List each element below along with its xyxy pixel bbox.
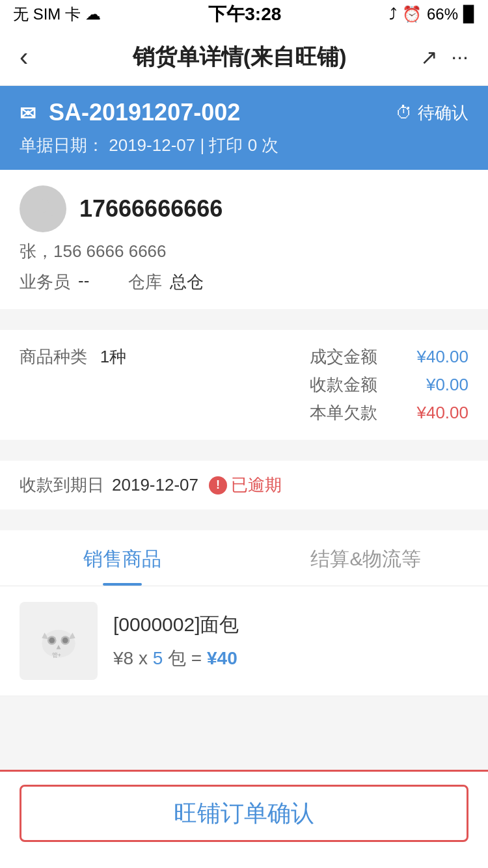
svg-point-6 bbox=[62, 638, 68, 644]
amount-value-2: ¥0.00 bbox=[390, 375, 468, 395]
banner-date: 单据日期： 2019-12-07 | 打印 0 次 bbox=[20, 134, 468, 157]
warehouse-label: 仓库 bbox=[128, 271, 162, 293]
divider-2 bbox=[0, 450, 488, 461]
sim-label: 无 SIM 卡 ☁ bbox=[13, 4, 101, 25]
tab-sales-product[interactable]: 销售商品 bbox=[0, 530, 244, 586]
confirm-button[interactable]: 旺铺订单确认 bbox=[20, 785, 468, 842]
product-info: [0000002]面包 ¥8 x 5 包 = ¥40 bbox=[113, 612, 468, 671]
svg-point-1 bbox=[33, 212, 53, 222]
amount-value-1: ¥40.00 bbox=[390, 347, 468, 367]
svg-point-0 bbox=[36, 199, 49, 212]
bottom-bar: 旺铺订单确认 bbox=[0, 770, 488, 868]
product-item[interactable]: 管+ [0000002]面包 ¥8 x 5 包 = ¥40 bbox=[0, 586, 488, 696]
alarm-icon: ⏰ bbox=[402, 5, 422, 23]
amount-value-3: ¥40.00 bbox=[390, 403, 468, 423]
page-title: 销货单详情(来自旺铺) bbox=[133, 42, 347, 72]
due-section: 收款到期日 2019-12-07 ! 已逾期 bbox=[0, 461, 488, 509]
customer-name: 张，156 6666 6666 bbox=[20, 240, 468, 263]
tabs-section: 销售商品 结算&物流等 bbox=[0, 530, 488, 586]
product-total: ¥40 bbox=[207, 648, 237, 668]
order-icon: ✉ bbox=[20, 103, 36, 124]
divider-3 bbox=[0, 520, 488, 530]
more-icon[interactable]: ··· bbox=[451, 45, 468, 69]
order-banner: ✉ SA-20191207-002 ⏱ 待确认 单据日期： 2019-12-07… bbox=[0, 86, 488, 170]
product-thumbnail: 管+ bbox=[20, 602, 98, 680]
back-button[interactable]: ‹ bbox=[20, 42, 59, 72]
order-status: ⏱ 待确认 bbox=[396, 102, 468, 124]
product-qty: 5 bbox=[153, 648, 163, 668]
due-label: 收款到期日 bbox=[20, 474, 104, 496]
share-icon[interactable]: ↗ bbox=[420, 45, 438, 70]
product-list: 管+ [0000002]面包 ¥8 x 5 包 = ¥40 bbox=[0, 586, 488, 696]
status-bar: 无 SIM 卡 ☁ 下午3:28 ⤴ ⏰ 66% ▉ bbox=[0, 0, 488, 29]
order-id: ✉ SA-20191207-002 bbox=[20, 99, 240, 126]
amount-label-1: 成交金额 bbox=[310, 346, 377, 368]
overdue-icon: ! bbox=[209, 476, 227, 495]
svg-point-5 bbox=[49, 638, 55, 644]
nav-bar: ‹ 销货单详情(来自旺铺) ↗ ··· bbox=[0, 29, 488, 86]
customer-section: 17666666666 张，156 6666 6666 业务员 -- 仓库 总仓 bbox=[0, 170, 488, 309]
sales-label: 业务员 bbox=[20, 271, 70, 293]
amount-line-2: 收款金额 ¥0.00 bbox=[310, 373, 468, 396]
avatar bbox=[20, 185, 66, 232]
amount-line-1: 成交金额 ¥40.00 bbox=[310, 346, 468, 368]
sales-value: -- bbox=[78, 271, 89, 293]
overdue-text: 已逾期 bbox=[231, 474, 282, 496]
warehouse-meta: 仓库 总仓 bbox=[128, 271, 204, 293]
customer-meta: 业务员 -- 仓库 总仓 bbox=[20, 271, 468, 293]
status-right: ⤴ ⏰ 66% ▉ bbox=[389, 5, 475, 23]
product-kinds: 商品种类 1种 bbox=[20, 346, 126, 368]
tab-settlement[interactable]: 结算&物流等 bbox=[244, 530, 488, 586]
amounts-right: 成交金额 ¥40.00 收款金额 ¥0.00 本单欠款 ¥40.00 bbox=[310, 346, 468, 424]
product-price: ¥8 x 5 包 = ¥40 bbox=[113, 646, 468, 671]
status-time: 下午3:28 bbox=[208, 2, 281, 27]
battery-percent: 66% bbox=[427, 5, 458, 23]
product-name: [0000002]面包 bbox=[113, 612, 468, 638]
customer-row: 17666666666 bbox=[20, 185, 468, 232]
battery-icon: ▉ bbox=[463, 5, 475, 23]
due-date: 2019-12-07 bbox=[112, 475, 198, 495]
amount-label-2: 收款金额 bbox=[310, 373, 377, 396]
clock-icon: ⏱ bbox=[396, 103, 413, 123]
amount-line-3: 本单欠款 ¥40.00 bbox=[310, 401, 468, 424]
overdue-badge: ! 已逾期 bbox=[209, 474, 282, 496]
location-icon: ⤴ bbox=[389, 5, 397, 23]
amounts-row: 商品种类 1种 成交金额 ¥40.00 收款金额 ¥0.00 本单欠款 ¥40.… bbox=[20, 346, 468, 424]
banner-top: ✉ SA-20191207-002 ⏱ 待确认 bbox=[20, 99, 468, 126]
customer-phone: 17666666666 bbox=[79, 195, 223, 223]
amounts-section: 商品种类 1种 成交金额 ¥40.00 收款金额 ¥0.00 本单欠款 ¥40.… bbox=[0, 330, 488, 440]
status-left: 无 SIM 卡 ☁ bbox=[13, 4, 101, 25]
amount-label-3: 本单欠款 bbox=[310, 401, 377, 424]
nav-actions: ↗ ··· bbox=[420, 45, 468, 70]
svg-text:管+: 管+ bbox=[52, 652, 61, 658]
tabs-row: 销售商品 结算&物流等 bbox=[0, 530, 488, 586]
sales-meta: 业务员 -- bbox=[20, 271, 89, 293]
warehouse-value: 总仓 bbox=[170, 271, 204, 293]
divider-1 bbox=[0, 319, 488, 330]
